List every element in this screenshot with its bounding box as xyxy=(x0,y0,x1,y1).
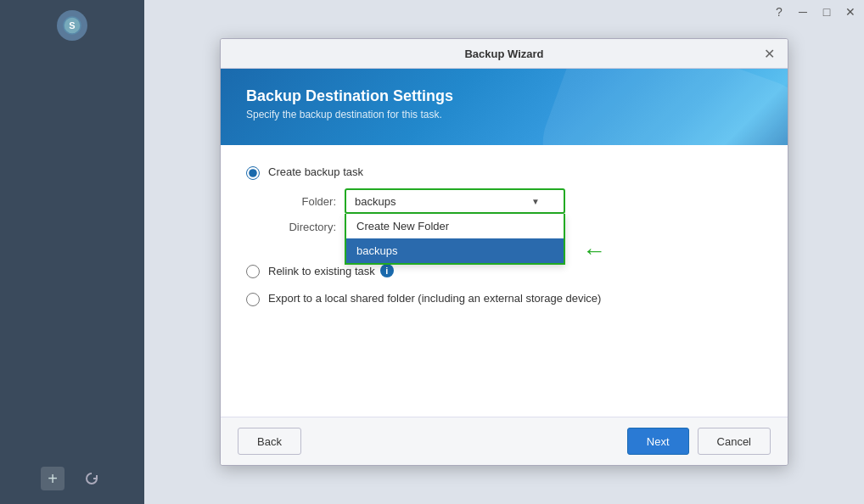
back-button[interactable]: Back xyxy=(238,428,301,455)
header-subtitle: Specify the backup destination for this … xyxy=(246,109,762,120)
folder-row: Folder: backups ▼ Create New Folder back… xyxy=(268,188,762,214)
title-bar: Backup Wizard ✕ xyxy=(221,39,788,69)
window-controls: ? ─ □ ✕ xyxy=(769,0,864,24)
cancel-button[interactable]: Cancel xyxy=(698,428,771,455)
footer-right-buttons: Next Cancel xyxy=(627,428,771,455)
app-logo: S xyxy=(57,10,87,41)
export-label: Export to a local shared folder (includi… xyxy=(268,292,601,305)
chevron-down-icon: ▼ xyxy=(531,197,540,206)
export-radio[interactable] xyxy=(246,293,260,306)
directory-label: Directory: xyxy=(268,221,336,233)
maximize-button[interactable]: □ xyxy=(816,3,837,20)
help-button[interactable]: ? xyxy=(769,3,789,20)
create-backup-label: Create backup task xyxy=(268,165,363,178)
dialog-body: Create backup task Folder: backups ▼ xyxy=(221,145,788,417)
dialog-title: Backup Wizard xyxy=(248,48,760,60)
relink-row: Relink to existing task i xyxy=(246,264,762,278)
backups-folder-item[interactable]: backups xyxy=(346,238,564,263)
sidebar: S + xyxy=(0,0,144,504)
selection-arrow: ← xyxy=(582,238,606,265)
minimize-button[interactable]: ─ xyxy=(793,3,813,20)
dialog-footer: Back Next Cancel xyxy=(221,417,788,465)
create-new-folder-item[interactable]: Create New Folder xyxy=(346,214,564,238)
relink-radio[interactable] xyxy=(246,265,260,278)
backup-wizard-dialog: Backup Wizard ✕ Backup Destination Setti… xyxy=(220,38,788,466)
history-button[interactable] xyxy=(80,467,104,490)
close-button[interactable]: ✕ xyxy=(840,3,861,20)
folder-label: Folder: xyxy=(268,195,336,208)
create-backup-row: Create backup task xyxy=(246,165,762,180)
dialog-close-button[interactable]: ✕ xyxy=(760,45,777,62)
relink-label: Relink to existing task i xyxy=(268,264,394,277)
add-task-button[interactable]: + xyxy=(41,467,65,490)
create-backup-radio[interactable] xyxy=(246,166,260,180)
sidebar-bottom-controls: + xyxy=(41,467,104,490)
export-row: Export to a local shared folder (includi… xyxy=(246,292,762,306)
dialog-header: Backup Destination Settings Specify the … xyxy=(221,69,788,145)
folder-selected-value: backups xyxy=(355,195,396,208)
folder-select-wrapper: backups ▼ Create New Folder backups ← xyxy=(345,188,565,214)
folder-dropdown-menu: Create New Folder backups xyxy=(345,214,565,265)
create-backup-fields: Folder: backups ▼ Create New Folder back… xyxy=(268,188,762,233)
radio-group: Create backup task Folder: backups ▼ xyxy=(246,165,762,306)
create-backup-option: Create backup task Folder: backups ▼ xyxy=(246,165,762,233)
svg-text:S: S xyxy=(69,20,75,31)
folder-select-button[interactable]: backups ▼ xyxy=(345,188,565,214)
info-icon[interactable]: i xyxy=(380,264,394,277)
next-button[interactable]: Next xyxy=(627,428,689,455)
dialog-backdrop: ? ─ □ ✕ Backup Wizard ✕ Backup Destinati… xyxy=(144,0,864,504)
header-title: Backup Destination Settings xyxy=(246,87,762,105)
